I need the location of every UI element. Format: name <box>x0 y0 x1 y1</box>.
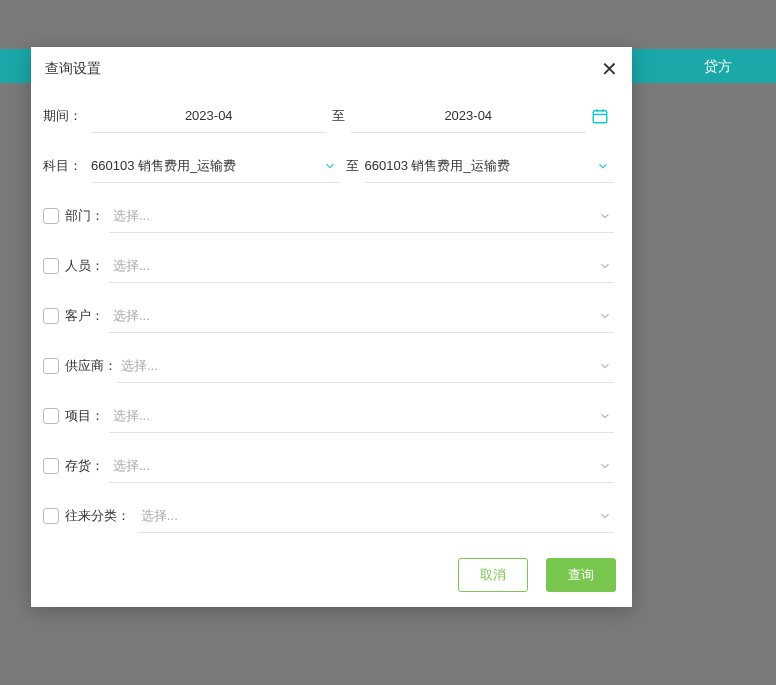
query-settings-modal: 查询设置 ✕ 期间： 至 科目： 660103 销售费用_运输费 <box>31 47 632 607</box>
period-to-input[interactable] <box>351 99 587 133</box>
person-label: 人员： <box>65 257 109 275</box>
period-row: 期间： 至 <box>43 91 614 141</box>
credit-column-header: 贷方 <box>680 49 756 83</box>
aux-row-dept: 部门：选择... <box>43 191 614 241</box>
subject-to-label: 至 <box>341 157 365 175</box>
project-select[interactable]: 选择... <box>109 399 614 433</box>
chevron-down-icon <box>596 259 614 273</box>
dept-placeholder: 选择... <box>113 207 150 225</box>
svg-rect-0 <box>593 111 607 123</box>
aux-row-category: 往来分类：选择... <box>43 491 614 541</box>
customer-label: 客户： <box>65 307 109 325</box>
period-label: 期间： <box>43 107 91 125</box>
period-to-label: 至 <box>327 107 351 125</box>
calendar-icon[interactable] <box>586 107 614 125</box>
subject-label: 科目： <box>43 157 91 175</box>
aux-row-inventory: 存货：选择... <box>43 441 614 491</box>
chevron-down-icon <box>596 509 614 523</box>
subject-from-select[interactable]: 660103 销售费用_运输费 <box>91 149 341 183</box>
supplier-label: 供应商： <box>65 357 117 375</box>
modal-title: 查询设置 <box>45 60 101 78</box>
supplier-select[interactable]: 选择... <box>117 349 614 383</box>
project-label: 项目： <box>65 407 109 425</box>
customer-placeholder: 选择... <box>113 307 150 325</box>
chevron-down-icon <box>596 459 614 473</box>
chevron-down-icon <box>596 359 614 373</box>
category-label: 往来分类： <box>65 507 137 525</box>
modal-body: 期间： 至 科目： 660103 销售费用_运输费 至 <box>31 91 632 543</box>
person-select[interactable]: 选择... <box>109 249 614 283</box>
customer-select[interactable]: 选择... <box>109 299 614 333</box>
dept-label: 部门： <box>65 207 109 225</box>
cancel-button[interactable]: 取消 <box>458 558 528 592</box>
inventory-select[interactable]: 选择... <box>109 449 614 483</box>
chevron-down-icon <box>596 209 614 223</box>
person-checkbox[interactable] <box>43 258 59 274</box>
aux-row-customer: 客户：选择... <box>43 291 614 341</box>
category-checkbox[interactable] <box>43 508 59 524</box>
chevron-down-icon <box>321 159 339 173</box>
subject-row: 科目： 660103 销售费用_运输费 至 660103 销售费用_运输费 <box>43 141 614 191</box>
modal-footer: 取消 查询 <box>31 543 632 607</box>
aux-row-project: 项目：选择... <box>43 391 614 441</box>
dept-checkbox[interactable] <box>43 208 59 224</box>
project-checkbox[interactable] <box>43 408 59 424</box>
modal-header: 查询设置 ✕ <box>31 47 632 91</box>
close-icon[interactable]: ✕ <box>601 59 618 79</box>
category-select[interactable]: 选择... <box>137 499 614 533</box>
aux-row-person: 人员：选择... <box>43 241 614 291</box>
supplier-placeholder: 选择... <box>121 357 158 375</box>
subject-to-select[interactable]: 660103 销售费用_运输费 <box>365 149 615 183</box>
project-placeholder: 选择... <box>113 407 150 425</box>
chevron-down-icon <box>594 159 612 173</box>
dept-select[interactable]: 选择... <box>109 199 614 233</box>
subject-from-value: 660103 销售费用_运输费 <box>91 157 236 175</box>
query-button[interactable]: 查询 <box>546 558 616 592</box>
subject-to-value: 660103 销售费用_运输费 <box>365 157 510 175</box>
customer-checkbox[interactable] <box>43 308 59 324</box>
inventory-label: 存货： <box>65 457 109 475</box>
person-placeholder: 选择... <box>113 257 150 275</box>
inventory-placeholder: 选择... <box>113 457 150 475</box>
supplier-checkbox[interactable] <box>43 358 59 374</box>
category-placeholder: 选择... <box>141 507 178 525</box>
aux-row-supplier: 供应商：选择... <box>43 341 614 391</box>
period-from-input[interactable] <box>91 99 327 133</box>
chevron-down-icon <box>596 409 614 423</box>
inventory-checkbox[interactable] <box>43 458 59 474</box>
chevron-down-icon <box>596 309 614 323</box>
